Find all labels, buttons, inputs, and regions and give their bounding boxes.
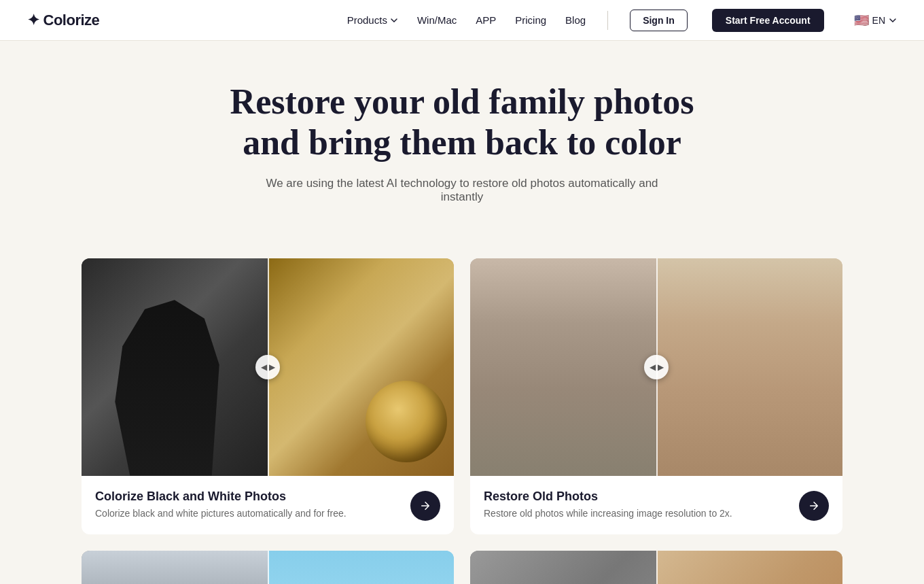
slider-handle[interactable]: ◀ ▶ [255, 355, 280, 379]
arrow-right-icon [419, 500, 431, 512]
card-enhance: ◀ ▶ Enhance Photo Quality Upscale and en… [82, 551, 454, 584]
hero-title: Restore your old family photos and bring… [224, 82, 700, 163]
card-title-restore: Restore Old Photos [484, 489, 732, 504]
arrow-right-icon-2 [808, 500, 820, 512]
card-image-colorize: ◀ ▶ [82, 258, 454, 476]
nav-app[interactable]: APP [476, 14, 496, 26]
children-color-half [656, 258, 842, 476]
card-image-enhance: ◀ ▶ [82, 551, 454, 584]
left-arrow-icon: ◀ [261, 362, 267, 372]
card-image-restore: ◀ ▶ [470, 258, 842, 476]
card-title-colorize: Colorize Black and White Photos [95, 489, 346, 504]
einstein-bw-half [82, 258, 268, 476]
logo-text: Colorize [43, 12, 100, 29]
hero-section: Restore your old family photos and bring… [0, 41, 924, 231]
card-bg-remove: ◀ ▶ Remove Image Background Remove image… [470, 551, 842, 584]
chevron-down-icon [390, 16, 398, 24]
slider-line-4 [656, 551, 658, 584]
slider-line-3 [268, 551, 269, 584]
nav-divider [607, 11, 608, 30]
navbar: ✦ Colorize Products Win/Mac APP Pricing … [0, 0, 924, 41]
slider-handle-2[interactable]: ◀ ▶ [644, 355, 669, 379]
card-desc-colorize: Colorize black and white pictures automa… [95, 508, 346, 519]
lang-chevron-icon [889, 16, 897, 24]
left-arrow-icon-2: ◀ [650, 362, 656, 372]
lang-label: EN [872, 15, 885, 26]
start-free-button[interactable]: Start Free Account [712, 9, 824, 32]
card-desc-restore: Restore old photos while increasing imag… [484, 508, 732, 519]
boy-color-half [656, 551, 842, 584]
card-image-bg: ◀ ▶ [470, 551, 842, 584]
logo-star: ✦ [27, 12, 39, 29]
card-arrow-restore[interactable] [799, 491, 829, 521]
flag-icon: 🇺🇸 [854, 13, 869, 28]
einstein-color-half [268, 258, 454, 476]
castle-bw-half [82, 551, 268, 584]
cards-grid: ◀ ▶ Colorize Black and White Photos Colo… [54, 258, 870, 584]
right-arrow-icon-2: ▶ [658, 362, 664, 372]
card-restore: ◀ ▶ Restore Old Photos Restore old photo… [470, 258, 842, 534]
card-info-restore: Restore Old Photos Restore old photos wh… [470, 476, 842, 534]
castle-color-half [268, 551, 454, 584]
children-bw-half [470, 258, 656, 476]
nav-winmac[interactable]: Win/Mac [417, 14, 457, 26]
hero-subtitle: We are using the latest AI technology to… [258, 177, 666, 204]
language-selector[interactable]: 🇺🇸 EN [854, 13, 897, 28]
right-arrow-icon: ▶ [269, 362, 275, 372]
logo[interactable]: ✦ Colorize [27, 12, 99, 29]
nav-pricing[interactable]: Pricing [515, 14, 546, 26]
nav-products[interactable]: Products [347, 14, 398, 26]
card-colorize-bw: ◀ ▶ Colorize Black and White Photos Colo… [82, 258, 454, 534]
signin-button[interactable]: Sign In [630, 10, 688, 31]
card-arrow-colorize[interactable] [410, 491, 440, 521]
card-info-colorize: Colorize Black and White Photos Colorize… [82, 476, 454, 534]
boy-bw-half [470, 551, 656, 584]
nav-blog[interactable]: Blog [565, 14, 586, 26]
